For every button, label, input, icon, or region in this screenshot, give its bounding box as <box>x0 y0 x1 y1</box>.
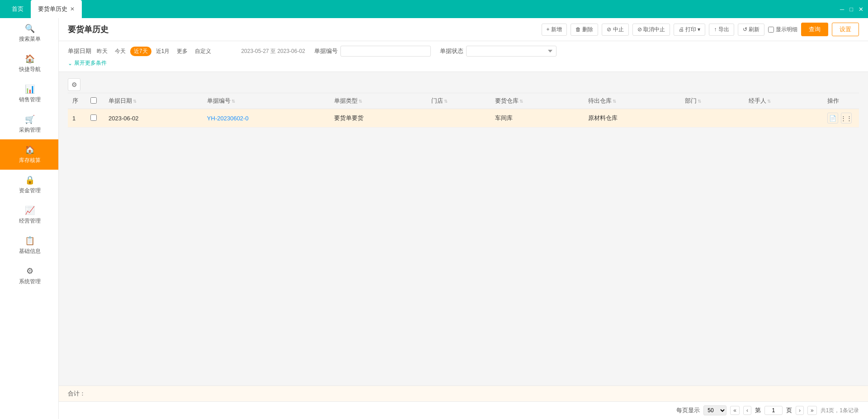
sort-req-warehouse[interactable]: 要货仓库 ⇅ <box>495 97 523 105</box>
cancel-stop-button[interactable]: ⊘ 取消中止 <box>632 24 670 36</box>
sort-department[interactable]: 部门 ⇅ <box>685 97 701 105</box>
sidebar-item-shortcut-label: 快捷导航 <box>19 66 41 73</box>
sort-date[interactable]: 单据日期 ⇅ <box>108 97 137 105</box>
cell-actions: 📄 ⋮⋮ <box>823 109 859 128</box>
page-total-info: 共1页，1条记录 <box>821 407 859 414</box>
date-btn-custom[interactable]: 自定义 <box>192 47 214 56</box>
th-checkbox <box>86 93 104 109</box>
date-btn-today[interactable]: 今天 <box>112 47 128 56</box>
window-maximize[interactable]: □ <box>849 6 853 13</box>
status-field: 单据状态 <box>440 46 557 57</box>
sidebar-item-sales-label: 销售管理 <box>19 96 41 104</box>
sort-handler[interactable]: 经手人 ⇅ <box>749 97 771 105</box>
th-date[interactable]: 单据日期 ⇅ <box>104 93 203 109</box>
print-button[interactable]: 🖨 打印 ▾ <box>674 24 705 36</box>
sort-doc-number[interactable]: 单据编号 ⇅ <box>207 97 235 105</box>
settings-button[interactable]: 设置 <box>832 23 859 36</box>
cancel-stop-label: ⊘ 取消中止 <box>637 26 665 33</box>
doc-number-input[interactable] <box>340 46 431 57</box>
cell-store <box>427 109 491 128</box>
date-btn-yesterday[interactable]: 昨天 <box>94 47 110 56</box>
query-button[interactable]: 查询 <box>801 23 828 36</box>
sidebar-item-operations[interactable]: 📈 经营管理 <box>0 200 58 230</box>
th-req-warehouse[interactable]: 要货仓库 ⇅ <box>491 93 584 109</box>
sidebar-item-system[interactable]: ⚙ 系统管理 <box>0 261 58 291</box>
print-label: 🖨 打印 <box>679 26 696 33</box>
date-btn-7days[interactable]: 近7天 <box>130 47 151 56</box>
basic-icon: 📋 <box>25 236 35 246</box>
sidebar-item-inventory[interactable]: 🏠 库存核算 <box>0 139 58 170</box>
table-top: ⚙ <box>68 76 859 93</box>
window-controls: ─ □ ✕ <box>840 6 863 13</box>
sort-icon-req-warehouse: ⇅ <box>519 99 523 104</box>
th-department[interactable]: 部门 ⇅ <box>680 93 744 109</box>
expand-more-btn[interactable]: ⌄ 展开更多条件 <box>68 59 859 67</box>
expand-label: 展开更多条件 <box>74 59 107 67</box>
th-doc-number[interactable]: 单据编号 ⇅ <box>203 93 330 109</box>
sidebar-item-finance[interactable]: 🔒 资金管理 <box>0 170 58 200</box>
th-pending-warehouse[interactable]: 待出仓库 ⇅ <box>584 93 680 109</box>
print-dropdown-icon: ▾ <box>698 26 700 33</box>
display-detail-checkbox[interactable] <box>768 27 774 33</box>
date-btn-more[interactable]: 更多 <box>174 47 190 56</box>
th-req-warehouse-label: 要货仓库 <box>495 97 519 105</box>
sidebar-item-search[interactable]: 🔍 搜索菜单 <box>0 18 58 48</box>
doc-number-link[interactable]: YH-20230602-0 <box>207 115 249 122</box>
th-department-label: 部门 <box>685 97 697 105</box>
date-label: 单据日期 <box>68 47 91 55</box>
refresh-button[interactable]: ↺ 刷新 <box>738 24 764 36</box>
window-close[interactable]: ✕ <box>859 6 863 13</box>
row-checkbox[interactable] <box>90 114 97 121</box>
row-edit-btn[interactable]: 📄 <box>827 113 838 124</box>
row-more-btn[interactable]: ⋮⋮ <box>841 113 852 124</box>
window-minimize[interactable]: ─ <box>840 6 844 13</box>
status-select[interactable] <box>466 46 557 57</box>
stop-button[interactable]: ⊘ 中止 <box>602 24 628 36</box>
expand-icon: ⌄ <box>68 60 72 67</box>
table-area: ⚙ 序 单据日期 ⇅ <box>59 72 868 386</box>
sidebar-item-basic[interactable]: 📋 基础信息 <box>0 230 58 261</box>
sort-pending-warehouse[interactable]: 待出仓库 ⇅ <box>588 97 616 105</box>
lock-icon: 🔒 <box>25 175 35 185</box>
table-settings-btn[interactable]: ⚙ <box>68 78 80 91</box>
th-doc-type[interactable]: 单据类型 ⇅ <box>330 93 426 109</box>
sort-icon-handler: ⇅ <box>767 99 771 104</box>
tab-close-icon[interactable]: ✕ <box>70 6 75 12</box>
sort-icon-store: ⇅ <box>444 99 448 104</box>
sort-icon-date: ⇅ <box>133 99 137 104</box>
page-title-bar: 要货单历史 + 新增 🗑 删除 ⊘ 中止 ⊘ 取消中止 🖨 打印 ▾ <box>59 18 868 41</box>
export-button[interactable]: ↑ 导出 <box>709 24 734 36</box>
data-table: 序 单据日期 ⇅ 单据编号 ⇅ <box>68 93 859 128</box>
cell-date: 2023-06-02 <box>104 109 203 128</box>
delete-button[interactable]: 🗑 删除 <box>571 24 598 36</box>
add-button[interactable]: + 新增 <box>542 24 567 36</box>
date-btn-1month[interactable]: 近1月 <box>153 47 173 56</box>
chart-icon: 📊 <box>25 84 35 94</box>
tab-home[interactable]: 首页 <box>5 0 31 18</box>
date-range-display: 2023-05-27 至 2023-06-02 <box>241 48 305 55</box>
tab-history[interactable]: 要货单历史 ✕ <box>31 0 82 18</box>
th-actions: 操作 <box>823 93 859 109</box>
sidebar-item-shortcut[interactable]: 🏠 快捷导航 <box>0 48 58 79</box>
sort-doc-type[interactable]: 单据类型 ⇅ <box>334 97 362 105</box>
cell-doc-type: 要货单要货 <box>330 109 426 128</box>
table-row: 1 2023-06-02 YH-20230602-0 要货单要货 车间库 原材料… <box>68 109 859 128</box>
prev-page-btn[interactable]: ‹ <box>743 406 751 415</box>
first-page-btn[interactable]: « <box>730 406 740 415</box>
th-store[interactable]: 门店 ⇅ <box>427 93 491 109</box>
sidebar-item-purchase[interactable]: 🛒 采购管理 <box>0 109 58 139</box>
table-body: 1 2023-06-02 YH-20230602-0 要货单要货 车间库 原材料… <box>68 109 859 128</box>
page-number-input[interactable] <box>764 406 783 415</box>
select-all-checkbox[interactable] <box>90 97 97 104</box>
search-bar: 单据日期 昨天 今天 近7天 近1月 更多 自定义 2023-05-27 至 2… <box>59 41 868 72</box>
sort-icon-doc-type: ⇅ <box>359 99 362 104</box>
row-ops: 📄 ⋮⋮ <box>827 113 854 124</box>
next-page-btn[interactable]: › <box>796 406 804 415</box>
th-handler[interactable]: 经手人 ⇅ <box>744 93 823 109</box>
sort-store[interactable]: 门店 ⇅ <box>431 97 448 105</box>
sidebar: 🔍 搜索菜单 🏠 快捷导航 📊 销售管理 🛒 采购管理 🏠 库存核算 🔒 资金管… <box>0 18 59 419</box>
sidebar-item-sales[interactable]: 📊 销售管理 <box>0 79 58 109</box>
per-page-select[interactable]: 50 100 <box>703 405 726 415</box>
action-buttons: + 新增 🗑 删除 ⊘ 中止 ⊘ 取消中止 🖨 打印 ▾ ↑ 导出 <box>542 23 859 36</box>
last-page-btn[interactable]: » <box>807 406 817 415</box>
